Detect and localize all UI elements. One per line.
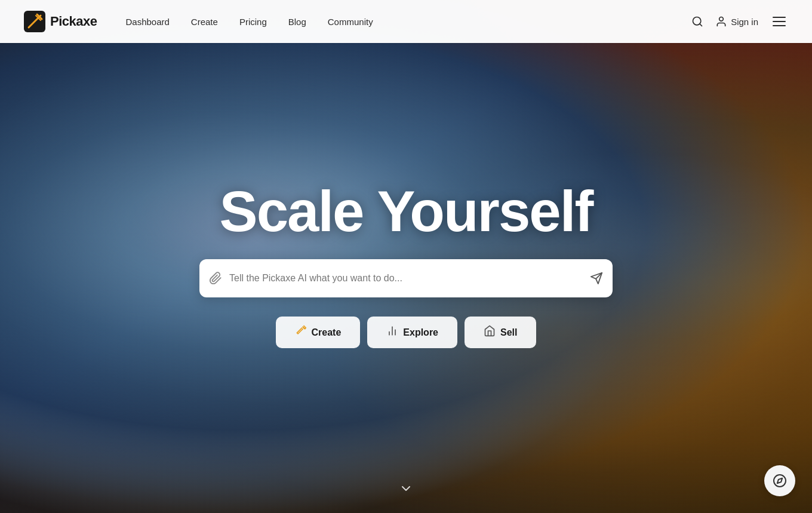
hero-content: Scale Yourself <box>199 183 613 348</box>
svg-point-6 <box>719 17 724 21</box>
user-icon <box>715 16 727 27</box>
explore-button[interactable]: Explore <box>367 317 457 348</box>
navbar: Pickaxe Dashboard Create Pricing Blog Co… <box>0 0 812 43</box>
create-icon <box>295 325 307 340</box>
fab-button[interactable] <box>764 465 795 496</box>
compass-icon <box>773 474 787 488</box>
nav-pricing[interactable]: Pricing <box>239 17 267 27</box>
search-submit-button[interactable] <box>590 272 603 285</box>
search-container <box>199 259 613 297</box>
hero-title: Scale Yourself <box>220 183 593 240</box>
menu-line-2 <box>773 21 786 22</box>
search-button[interactable] <box>691 16 703 27</box>
nav-dashboard[interactable]: Dashboard <box>125 17 169 27</box>
logo-text: Pickaxe <box>50 14 97 29</box>
explore-icon <box>386 325 398 340</box>
svg-marker-13 <box>777 478 782 483</box>
scroll-indicator[interactable] <box>399 481 413 499</box>
send-icon <box>590 272 603 285</box>
explore-label: Explore <box>403 327 438 338</box>
nav-create[interactable]: Create <box>191 17 218 27</box>
search-input[interactable] <box>229 273 583 284</box>
action-buttons: Create Explore <box>276 317 537 348</box>
logo-link[interactable]: Pickaxe <box>24 11 97 32</box>
logo-icon <box>24 11 45 32</box>
svg-point-12 <box>774 475 786 487</box>
menu-line-1 <box>773 17 786 18</box>
attach-icon <box>209 272 222 285</box>
create-label: Create <box>312 327 342 338</box>
create-button[interactable]: Create <box>276 317 361 348</box>
nav-blog[interactable]: Blog <box>288 17 306 27</box>
sell-icon <box>484 325 496 340</box>
sign-in-button[interactable]: Sign in <box>715 16 758 27</box>
svg-line-5 <box>700 24 702 26</box>
sell-label: Sell <box>500 327 517 338</box>
nav-community[interactable]: Community <box>328 17 373 27</box>
search-icon <box>691 16 703 27</box>
menu-line-3 <box>773 25 786 26</box>
nav-links: Dashboard Create Pricing Blog Community <box>125 17 691 27</box>
sign-in-label: Sign in <box>731 17 758 27</box>
sell-button[interactable]: Sell <box>465 317 536 348</box>
nav-right: Sign in <box>691 14 788 29</box>
hamburger-menu-button[interactable] <box>770 14 788 29</box>
